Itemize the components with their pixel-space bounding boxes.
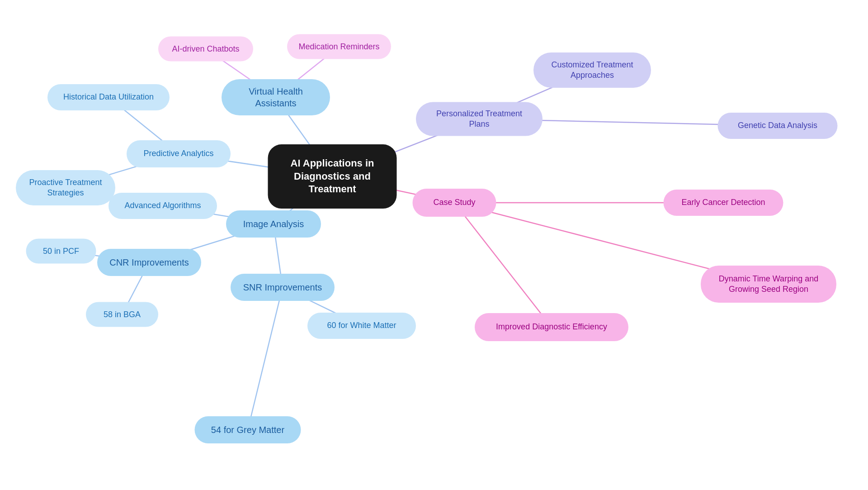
connection-lines bbox=[0, 0, 868, 490]
node-virtual_health: Virtual Health Assistants bbox=[222, 79, 330, 115]
node-white: 60 for White Matter bbox=[307, 313, 416, 339]
node-early_cancer: Early Cancer Detection bbox=[664, 190, 783, 216]
node-grey: 54 for Grey Matter bbox=[195, 416, 301, 443]
node-snr: SNR Improvements bbox=[231, 274, 335, 301]
node-center: AI Applications in Diagnostics and Treat… bbox=[268, 144, 397, 209]
node-bga: 58 in BGA bbox=[86, 302, 158, 327]
mindmap-container: AI Applications in Diagnostics and Treat… bbox=[0, 0, 868, 490]
node-medication: Medication Reminders bbox=[287, 34, 391, 59]
node-personalized: Personalized Treatment Plans bbox=[416, 102, 542, 136]
node-cnr: CNR Improvements bbox=[97, 249, 201, 276]
node-dtw: Dynamic Time Warping and Growing Seed Re… bbox=[701, 266, 836, 303]
node-ai_chatbots: AI-driven Chatbots bbox=[158, 37, 253, 62]
node-image_analysis: Image Analysis bbox=[226, 210, 321, 238]
node-predictive: Predictive Analytics bbox=[127, 140, 231, 167]
node-proactive: Proactive Treatment Strategies bbox=[16, 170, 115, 205]
svg-line-20 bbox=[454, 203, 552, 327]
node-pcf: 50 in PCF bbox=[26, 239, 96, 264]
svg-line-14 bbox=[248, 287, 283, 430]
node-historical: Historical Data Utilization bbox=[47, 84, 170, 110]
node-improved_diag: Improved Diagnostic Efficiency bbox=[475, 313, 628, 341]
node-genetic: Genetic Data Analysis bbox=[718, 113, 838, 139]
node-customized: Customized Treatment Approaches bbox=[533, 52, 651, 88]
node-advanced_algo: Advanced Algorithms bbox=[108, 193, 217, 219]
node-case_study: Case Study bbox=[413, 189, 496, 217]
